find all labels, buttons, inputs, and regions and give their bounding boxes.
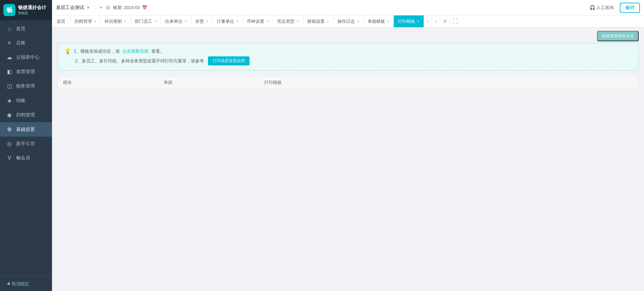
tab-close-icon[interactable]: × bbox=[266, 19, 269, 23]
tabbar: 首页 归档管理 × 科目期初 × 部门员工 × 往来单位 × 存货 × 计量单位… bbox=[52, 15, 644, 28]
tab-next-button[interactable]: › bbox=[432, 15, 440, 28]
tab-dept[interactable]: 部门员工 × bbox=[131, 15, 161, 28]
print-scene-button[interactable]: 打印场景设置说明 bbox=[208, 56, 250, 65]
sidebar-item-label: 基础设置 bbox=[16, 127, 35, 133]
tab-oplog[interactable]: 操作日志 × bbox=[333, 15, 364, 28]
sidebar-item-label: 畅会员 bbox=[16, 155, 30, 161]
table-header: 模块 单据 打印模板 bbox=[57, 76, 639, 89]
col-module: 模块 bbox=[58, 80, 158, 86]
tab-close-icon[interactable]: × bbox=[357, 19, 359, 23]
tab-close-icon[interactable]: × bbox=[236, 19, 238, 23]
period-value: 2023-03 bbox=[124, 5, 140, 10]
info-row-1: 💡 1、模板添加成功后，请 点击刷新页面 查看。 bbox=[64, 48, 632, 54]
headphone-icon: 🎧 bbox=[590, 5, 595, 10]
tab-unit[interactable]: 计量单位 × bbox=[213, 15, 243, 28]
settings-icon: ⚙ bbox=[6, 126, 13, 133]
main-area: 基层工会测试 ▼ | + ⚙ 账期 2023-03 📅 🎧 人工咨询 会计 首页… bbox=[52, 0, 644, 291]
topbar: 基层工会测试 ▼ | + ⚙ 账期 2023-03 📅 🎧 人工咨询 会计 bbox=[52, 0, 644, 15]
tab-close-icon[interactable]: × bbox=[297, 19, 299, 23]
refresh-link[interactable]: 点击刷新页面 bbox=[122, 48, 149, 54]
checkout-icon: ◈ bbox=[6, 97, 13, 104]
tab-voucher[interactable]: 凭证类型 × bbox=[273, 15, 303, 28]
tab-close-icon[interactable]: × bbox=[154, 19, 157, 23]
lightbulb-icon: 💡 bbox=[64, 48, 71, 54]
sidebar-item-label: 税务管理 bbox=[16, 83, 35, 89]
archive-icon: ◉ bbox=[6, 112, 13, 118]
sidebar-item-label: 发票管理 bbox=[16, 69, 35, 75]
tab-archive[interactable]: 归档管理 × bbox=[70, 15, 101, 28]
member-icon: V bbox=[6, 155, 13, 161]
logo-icon: 畅 bbox=[3, 4, 15, 16]
tab-expand-button[interactable]: ⛶ bbox=[450, 15, 460, 28]
sidebar-item-tax[interactable]: ◫ 税务管理 bbox=[0, 79, 52, 93]
hide-template-button[interactable]: 隐藏预置模板设置 bbox=[597, 31, 639, 41]
tab-receipt[interactable]: 单据模板 × bbox=[364, 15, 394, 28]
cloud-icon: ☁ bbox=[6, 54, 13, 60]
account-button[interactable]: 会计 bbox=[620, 3, 640, 13]
tab-prev-button[interactable]: ‹ bbox=[424, 15, 432, 28]
period-display: 账期 2023-03 📅 bbox=[113, 5, 147, 11]
ledger-icon: ≡ bbox=[6, 40, 13, 46]
tab-home[interactable]: 首页 bbox=[52, 15, 70, 28]
sidebar-item-checkout[interactable]: ◈ 结账 bbox=[0, 93, 52, 108]
sidebar: 畅 畅捷通好会计 旗舰版 ⌂ 首页 ≡ 总账 ☁ 云报表中心 ◧ 发票管理 ◫ … bbox=[0, 0, 52, 291]
sidebar-item-ledger[interactable]: ≡ 总账 bbox=[0, 36, 52, 50]
invoice-icon: ◧ bbox=[6, 68, 13, 75]
col-print-template: 打印模板 bbox=[259, 80, 638, 86]
tab-close-icon[interactable]: × bbox=[327, 19, 329, 23]
company-settings-icon[interactable]: ⚙ bbox=[106, 4, 110, 11]
period-label: 账期 bbox=[113, 5, 122, 11]
sidebar-item-guide[interactable]: ◎ 新手引导 bbox=[0, 137, 52, 151]
tab-close-icon[interactable]: × bbox=[124, 19, 126, 23]
col-receipt: 单据 bbox=[158, 80, 259, 86]
guide-icon: ◎ bbox=[6, 141, 13, 147]
sidebar-item-label: 结账 bbox=[16, 98, 25, 104]
tax-icon: ◫ bbox=[6, 83, 13, 89]
info-text-1-suffix: 查看。 bbox=[151, 48, 164, 54]
tab-supplier[interactable]: 往来单位 × bbox=[161, 15, 191, 28]
sidebar-item-home[interactable]: ⌂ 首页 bbox=[0, 22, 52, 36]
tab-taxsettings[interactable]: 财税设置 × bbox=[303, 15, 333, 28]
info-text-2: 2、多员工、多打印机、多种业务类型设置不同打印方案等，请参考 bbox=[75, 58, 204, 64]
calendar-icon[interactable]: 📅 bbox=[142, 5, 147, 10]
content-area: 隐藏预置模板设置 💡 1、模板添加成功后，请 点击刷新页面 查看。 2、多员工、… bbox=[52, 28, 644, 291]
tab-close-icon[interactable]: × bbox=[417, 19, 420, 23]
logo-title: 畅捷通好会计 bbox=[18, 5, 46, 11]
sidebar-item-report[interactable]: ☁ 云报表中心 bbox=[0, 50, 52, 64]
sidebar-item-settings[interactable]: ⚙ 基础设置 bbox=[0, 122, 52, 137]
company-dropdown-icon: ▼ bbox=[86, 5, 90, 10]
company-selector[interactable]: 基层工会测试 ▼ bbox=[56, 5, 90, 11]
sidebar-item-label: 首页 bbox=[16, 26, 25, 32]
sidebar-item-invoice[interactable]: ◧ 发票管理 bbox=[0, 64, 52, 79]
unpin-button[interactable]: ◀ 取消固定 bbox=[0, 277, 52, 291]
sidebar-item-label: 总账 bbox=[16, 40, 25, 46]
topbar-right: 🎧 人工咨询 会计 bbox=[587, 3, 640, 13]
tab-close-icon[interactable]: × bbox=[184, 19, 187, 23]
tab-close-icon[interactable]: × bbox=[94, 19, 96, 23]
sidebar-item-label: 归档管理 bbox=[16, 112, 35, 118]
logo-subtitle: 旗舰版 bbox=[18, 11, 46, 15]
info-row-2: 2、多员工、多打印机、多种业务类型设置不同打印方案等，请参考 打印场景设置说明 bbox=[64, 56, 632, 65]
company-name: 基层工会测试 bbox=[56, 5, 84, 11]
sidebar-item-label: 新手引导 bbox=[16, 141, 35, 147]
info-card: 💡 1、模板添加成功后，请 点击刷新页面 查看。 2、多员工、多打印机、多种业务… bbox=[57, 43, 639, 70]
human-service-button[interactable]: 🎧 人工咨询 bbox=[587, 3, 616, 12]
sidebar-nav: ⌂ 首页 ≡ 总账 ☁ 云报表中心 ◧ 发票管理 ◫ 税务管理 ◈ 结账 ◉ 归… bbox=[0, 20, 52, 277]
home-icon: ⌂ bbox=[6, 26, 13, 32]
separator: | bbox=[94, 5, 95, 10]
tab-close-all-button[interactable]: ✕ bbox=[440, 15, 450, 28]
sidebar-item-member[interactable]: V 畅会员 bbox=[0, 151, 52, 165]
sidebar-item-archive[interactable]: ◉ 归档管理 bbox=[0, 108, 52, 122]
tab-stock[interactable]: 存货 × bbox=[191, 15, 213, 28]
sidebar-logo: 畅 畅捷通好会计 旗舰版 bbox=[0, 0, 52, 20]
add-company-button[interactable]: + bbox=[99, 5, 103, 11]
tab-print[interactable]: 打印模板 × bbox=[394, 15, 424, 28]
sidebar-item-label: 云报表中心 bbox=[16, 54, 40, 60]
info-text-1-prefix: 1、模板添加成功后，请 bbox=[74, 48, 120, 54]
tab-currency[interactable]: 币种设置 × bbox=[243, 15, 273, 28]
tab-subject[interactable]: 科目期初 × bbox=[101, 15, 131, 28]
tab-close-icon[interactable]: × bbox=[206, 19, 208, 23]
tab-close-icon[interactable]: × bbox=[387, 19, 389, 23]
